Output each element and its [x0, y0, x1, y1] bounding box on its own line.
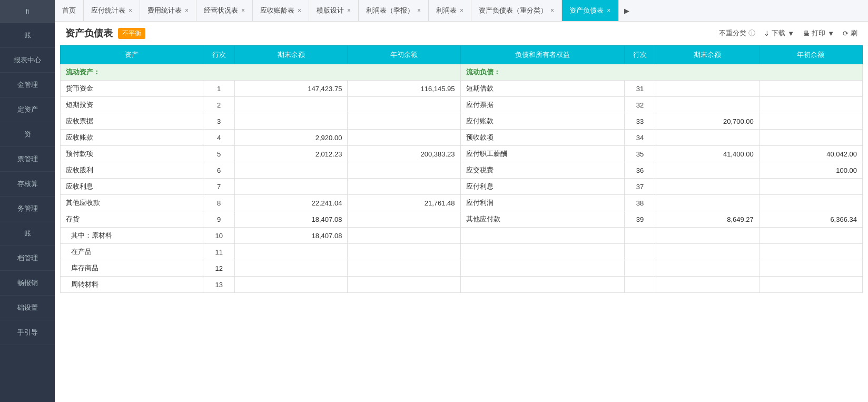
year-start-balance	[348, 113, 460, 130]
table-row[interactable]: 库存商品 12	[61, 260, 863, 277]
end-balance: 18,407.08	[235, 211, 348, 228]
sidebar-item-report-center[interactable]: 报表中心	[0, 48, 55, 73]
year-start-balance2	[759, 97, 862, 113]
year-start-balance2	[759, 195, 862, 211]
tab-bar: 首页 应付统计表 × 费用统计表 × 经营状况表 × 应收账龄表 × 模版设计 …	[55, 0, 868, 22]
sidebar-item-tax-mgmt[interactable]: 务管理	[0, 197, 55, 221]
close-tab-payable-stats[interactable]: ×	[129, 7, 132, 14]
sidebar-item-expense[interactable]: 畅报销	[0, 271, 55, 296]
header-actions: 不重分类 ⓘ ⇓ 下载 ▼ 🖶 打印 ▼ ⟳ 刷	[719, 28, 857, 38]
row-number2	[624, 260, 656, 277]
row-number2: 32	[624, 97, 656, 113]
end-balance	[235, 113, 348, 130]
end-balance: 147,423.75	[235, 81, 348, 97]
end-balance2: 8,649.27	[656, 211, 759, 228]
year-start-balance	[348, 277, 460, 293]
section-liability-label: 流动负债：	[460, 64, 862, 81]
row-number: 11	[203, 244, 235, 260]
liability-name	[460, 260, 624, 277]
asset-name: 应收票据	[61, 113, 203, 130]
end-balance	[235, 97, 348, 113]
tab-expense-stats[interactable]: 费用统计表 ×	[140, 0, 196, 21]
end-balance2	[656, 228, 759, 244]
end-balance2	[656, 179, 759, 195]
year-start-balance2	[759, 113, 862, 130]
end-balance2	[656, 97, 759, 113]
close-tab-balance[interactable]: ×	[607, 7, 610, 14]
close-tab-balance-reclassify[interactable]: ×	[550, 7, 554, 14]
sidebar-item-ticket-mgmt[interactable]: 票管理	[0, 147, 55, 172]
table-row[interactable]: 预付款项 5 2,012.23 200,383.23 应付职工薪酬 35 41,…	[61, 146, 863, 162]
table-row[interactable]: 应收利息 7 应付利息 37	[61, 179, 863, 195]
download-button[interactable]: ⇓ 下载 ▼	[764, 28, 794, 38]
row-number: 3	[203, 113, 235, 130]
end-balance2	[656, 81, 759, 97]
table-row[interactable]: 应收股利 6 应交税费 36 100.00	[61, 162, 863, 179]
sidebar-item-investment[interactable]: 资	[0, 122, 55, 147]
main-content: 首页 应付统计表 × 费用统计表 × 经营状况表 × 应收账龄表 × 模版设计 …	[55, 0, 868, 402]
tab-balance[interactable]: 资产负债表 ×	[562, 0, 618, 21]
table-row[interactable]: 在产品 11	[61, 244, 863, 260]
year-start-balance	[348, 97, 460, 113]
asset-name: 其中：原材料	[61, 228, 203, 244]
end-balance2	[656, 244, 759, 260]
tab-scroll-right[interactable]: ▶	[618, 0, 634, 21]
table-row[interactable]: 应收票据 3 应付账款 33 20,700.00	[61, 113, 863, 130]
year-start-balance	[348, 260, 460, 277]
close-tab-profit[interactable]: ×	[460, 7, 463, 14]
sidebar-item-guide[interactable]: 手引导	[0, 320, 55, 345]
end-balance	[235, 162, 348, 179]
close-tab-template-design[interactable]: ×	[347, 7, 351, 14]
year-start-balance2: 40,042.00	[759, 146, 862, 162]
end-balance: 22,241.04	[235, 195, 348, 211]
tab-operations[interactable]: 经营状况表 ×	[196, 0, 253, 21]
year-start-balance	[348, 244, 460, 260]
download-icon: ⇓	[764, 30, 770, 37]
sidebar-item-inventory[interactable]: 存核算	[0, 172, 55, 197]
row-number2: 35	[624, 146, 656, 162]
tab-payable-stats[interactable]: 应付统计表 ×	[84, 0, 140, 21]
tab-receivable-aging[interactable]: 应收账龄表 ×	[253, 0, 309, 21]
asset-name: 库存商品	[61, 260, 203, 277]
table-row[interactable]: 其他应收款 8 22,241.04 21,761.48 应付利润 38	[61, 195, 863, 211]
table-row[interactable]: 其中：原材料 10 18,407.08	[61, 228, 863, 244]
sidebar-item-fi[interactable]: fi	[0, 0, 55, 23]
print-button[interactable]: 🖶 打印 ▼	[803, 28, 834, 38]
table-row[interactable]: 存货 9 18,407.08 其他应付款 39 8,649.27 6,366.3…	[61, 211, 863, 228]
close-tab-expense-stats[interactable]: ×	[185, 7, 189, 14]
tab-balance-reclassify[interactable]: 资产负债表（重分类） ×	[471, 0, 562, 21]
page-header: 资产负债表 不平衡 不重分类 ⓘ ⇓ 下载 ▼ 🖶 打印 ▼ ⟳ 刷	[55, 22, 868, 45]
sidebar-item-basic-settings[interactable]: 础设置	[0, 296, 55, 320]
sidebar-item-archive-mgmt[interactable]: 档管理	[0, 246, 55, 271]
year-start-balance2	[759, 277, 862, 293]
tab-template-design[interactable]: 模版设计 ×	[309, 0, 359, 21]
col-end-balance: 期末余额	[235, 46, 348, 64]
close-tab-operations[interactable]: ×	[241, 7, 245, 14]
table-row[interactable]: 应收账款 4 2,920.00 预收款项 34	[61, 130, 863, 146]
row-number2: 39	[624, 211, 656, 228]
table-row[interactable]: 周转材料 13	[61, 277, 863, 293]
row-number2: 33	[624, 113, 656, 130]
sidebar-item-fixed-assets[interactable]: 定资产	[0, 97, 55, 122]
table-row[interactable]: 短期投资 2 应付票据 32	[61, 97, 863, 113]
liability-name: 短期借款	[460, 81, 624, 97]
close-tab-receivable-aging[interactable]: ×	[298, 7, 301, 14]
end-balance2	[656, 162, 759, 179]
download-arrow-icon: ▼	[787, 30, 794, 37]
asset-name: 应收账款	[61, 130, 203, 146]
year-start-balance2	[759, 244, 862, 260]
close-tab-profit-quarterly[interactable]: ×	[417, 7, 421, 14]
tab-home[interactable]: 首页	[55, 0, 84, 21]
sidebar-item-bookkeeping[interactable]: 账	[0, 221, 55, 246]
refresh-icon: ⟳	[843, 30, 849, 37]
sidebar-item-fund-mgmt[interactable]: 金管理	[0, 73, 55, 97]
tab-profit-quarterly[interactable]: 利润表（季报） ×	[359, 0, 429, 21]
no-reclassify-toggle[interactable]: 不重分类 ⓘ	[719, 28, 755, 38]
end-balance2	[656, 130, 759, 146]
table-container: 资产 行次 期末余额 年初余额 负债和所有者权益 行次 期末余额 年初余额 流动…	[55, 45, 868, 402]
tab-profit[interactable]: 利润表 ×	[429, 0, 471, 21]
help-icon[interactable]: ⓘ	[748, 28, 755, 38]
table-row[interactable]: 货币资金 1 147,423.75 116,145.95 短期借款 31	[61, 81, 863, 97]
sidebar-item-account[interactable]: 账	[0, 23, 55, 48]
refresh-button[interactable]: ⟳ 刷	[843, 28, 857, 38]
